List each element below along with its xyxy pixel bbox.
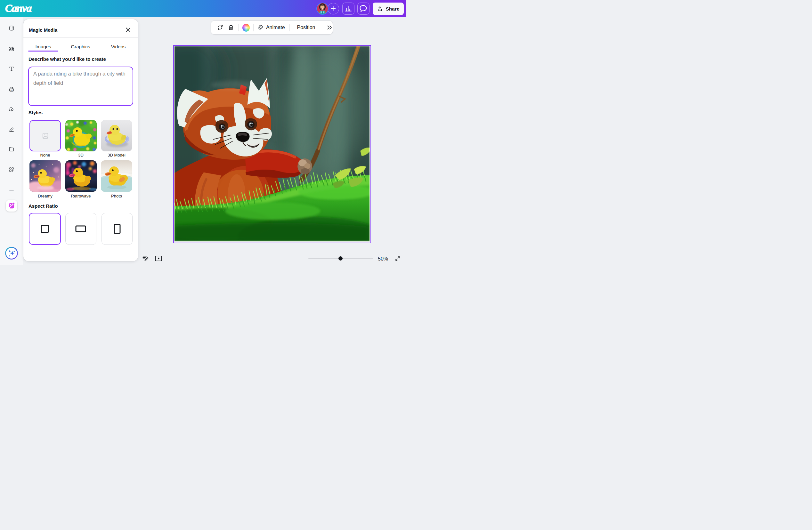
svg-text:co: co: [10, 89, 13, 91]
svg-text:Canva: Canva: [5, 3, 32, 14]
